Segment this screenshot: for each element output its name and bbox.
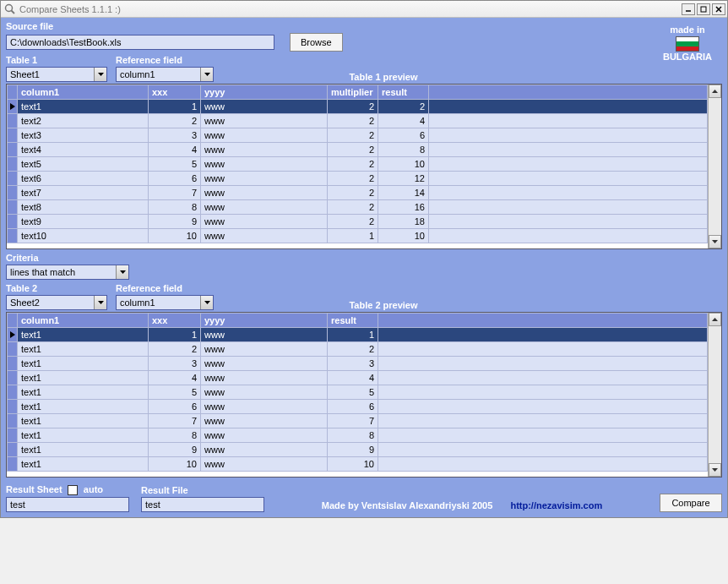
cell[interactable]: 4 <box>378 114 429 128</box>
cell[interactable]: 3 <box>149 357 201 371</box>
cell[interactable]: 2 <box>328 186 378 200</box>
table-row[interactable]: text16www6 <box>8 400 708 414</box>
cell[interactable]: 8 <box>149 200 201 215</box>
criteria-select[interactable]: lines that match <box>6 265 129 280</box>
cell[interactable]: 6 <box>149 400 201 414</box>
table-row[interactable]: text18www8 <box>8 428 708 443</box>
table-row[interactable]: text1010www110 <box>8 229 708 243</box>
cell[interactable]: 18 <box>378 215 429 229</box>
cell[interactable]: www <box>201 400 328 414</box>
cell[interactable]: 4 <box>328 371 378 385</box>
table-row[interactable]: text12www2 <box>8 342 708 357</box>
cell[interactable]: text5 <box>18 157 149 172</box>
cell[interactable]: 6 <box>149 172 201 186</box>
table1-select[interactable]: Sheet1 <box>6 67 107 82</box>
cell[interactable]: 8 <box>328 428 378 443</box>
table-row[interactable]: text99www218 <box>8 215 708 229</box>
cell[interactable]: www <box>201 443 328 457</box>
cell[interactable]: 10 <box>149 457 201 472</box>
table-row[interactable]: text11www22 <box>8 100 708 114</box>
table1-scrollbar[interactable] <box>708 85 721 248</box>
table1-ref-select[interactable]: column1 <box>116 67 214 82</box>
cell[interactable]: text2 <box>18 114 149 128</box>
table-row[interactable]: text88www216 <box>8 200 708 215</box>
cell[interactable]: 2 <box>328 342 378 357</box>
cell[interactable]: 2 <box>328 200 378 215</box>
cell[interactable]: 14 <box>378 186 429 200</box>
cell[interactable]: text1 <box>18 457 149 472</box>
table2-scrollbar[interactable] <box>708 313 721 477</box>
cell[interactable]: 5 <box>328 385 378 400</box>
cell[interactable]: 9 <box>328 443 378 457</box>
cell[interactable]: 5 <box>149 385 201 400</box>
cell[interactable]: www <box>201 328 328 342</box>
cell[interactable]: www <box>201 414 328 428</box>
table1-grid[interactable]: column1xxxyyyymultiplierresulttext11www2… <box>6 84 722 249</box>
cell[interactable]: text1 <box>18 414 149 428</box>
column-header[interactable]: result <box>328 314 378 328</box>
table-row[interactable]: text15www5 <box>8 385 708 400</box>
cell[interactable]: 2 <box>328 128 378 143</box>
cell[interactable]: 9 <box>149 443 201 457</box>
cell[interactable]: text1 <box>18 428 149 443</box>
cell[interactable]: 10 <box>378 229 429 243</box>
cell[interactable]: 3 <box>328 357 378 371</box>
table-row[interactable]: text33www26 <box>8 128 708 143</box>
chevron-down-icon[interactable] <box>200 68 213 81</box>
chevron-down-icon[interactable] <box>200 296 213 309</box>
cell[interactable]: www <box>201 172 328 186</box>
cell[interactable]: 6 <box>328 400 378 414</box>
cell[interactable]: www <box>201 100 328 114</box>
cell[interactable]: 10 <box>149 229 201 243</box>
cell[interactable]: 2 <box>149 342 201 357</box>
website-link[interactable]: http://nezavisim.com <box>510 500 602 510</box>
scroll-up-icon[interactable] <box>709 85 721 98</box>
column-header[interactable]: result <box>378 85 429 100</box>
cell[interactable]: 7 <box>149 414 201 428</box>
cell[interactable]: www <box>201 457 328 472</box>
cell[interactable]: 1 <box>149 328 201 342</box>
cell[interactable]: 2 <box>328 100 378 114</box>
table-row[interactable]: text44www28 <box>8 143 708 157</box>
cell[interactable]: 10 <box>328 457 378 472</box>
cell[interactable]: www <box>201 342 328 357</box>
cell[interactable]: www <box>201 114 328 128</box>
column-header[interactable]: multiplier <box>328 85 378 100</box>
scroll-down-icon[interactable] <box>709 463 721 477</box>
cell[interactable]: text8 <box>18 200 149 215</box>
column-header[interactable]: yyyy <box>201 85 328 100</box>
cell[interactable]: text1 <box>18 385 149 400</box>
cell[interactable]: 4 <box>149 371 201 385</box>
cell[interactable]: 1 <box>149 100 201 114</box>
cell[interactable]: www <box>201 128 328 143</box>
cell[interactable]: www <box>201 428 328 443</box>
cell[interactable]: www <box>201 143 328 157</box>
cell[interactable]: www <box>201 157 328 172</box>
cell[interactable]: 7 <box>149 186 201 200</box>
cell[interactable]: text1 <box>18 443 149 457</box>
cell[interactable]: 1 <box>328 229 378 243</box>
cell[interactable]: www <box>201 200 328 215</box>
cell[interactable]: www <box>201 385 328 400</box>
cell[interactable]: www <box>201 186 328 200</box>
table-row[interactable]: text13www3 <box>8 357 708 371</box>
cell[interactable]: text1 <box>18 342 149 357</box>
table-row[interactable]: text14www4 <box>8 371 708 385</box>
cell[interactable]: 2 <box>328 172 378 186</box>
cell[interactable]: 8 <box>149 428 201 443</box>
cell[interactable]: 2 <box>328 157 378 172</box>
chevron-down-icon[interactable] <box>94 68 106 81</box>
cell[interactable]: 1 <box>328 328 378 342</box>
cell[interactable]: 4 <box>149 143 201 157</box>
cell[interactable]: 2 <box>149 114 201 128</box>
table2-grid[interactable]: column1xxxyyyyresulttext11www1text12www2… <box>6 312 722 478</box>
result-file-input[interactable] <box>141 497 264 512</box>
cell[interactable]: text1 <box>18 357 149 371</box>
cell[interactable]: 12 <box>378 172 429 186</box>
column-header[interactable]: xxx <box>149 314 201 328</box>
cell[interactable]: text1 <box>18 328 149 342</box>
cell[interactable]: www <box>201 371 328 385</box>
cell[interactable]: text3 <box>18 128 149 143</box>
auto-checkbox[interactable] <box>68 485 78 495</box>
table-row[interactable]: text19www9 <box>8 443 708 457</box>
